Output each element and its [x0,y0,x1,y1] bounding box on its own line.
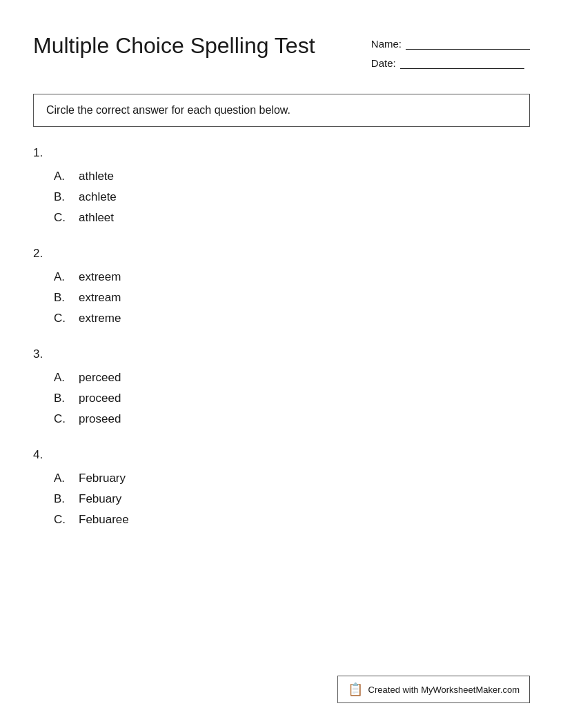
option-text-3-1: perceed [79,371,121,385]
option-text-4-3: Febuaree [79,513,129,527]
option-text-2-2: extream [79,291,121,305]
option-text-1-2: achlete [79,190,117,204]
instruction-box: Circle the correct answer for each quest… [33,94,530,127]
option-item-2-1[interactable]: A.extreem [54,270,530,284]
option-letter-1-3: C. [54,211,70,225]
option-item-2-2[interactable]: B.extream [54,291,530,305]
options-list-4: A.FebruaryB.FebuaryC.Febuaree [33,472,530,527]
option-text-3-2: proceed [79,392,121,405]
option-letter-2-1: A. [54,270,70,284]
option-letter-2-2: B. [54,291,70,305]
footer-icon: 📋 [348,682,363,697]
options-list-2: A.extreemB.extreamC.extreme [33,270,530,325]
option-letter-4-2: B. [54,492,70,506]
name-field-row: Name: [371,37,530,50]
option-item-4-1[interactable]: A.February [54,472,530,485]
option-letter-1-2: B. [54,190,70,204]
instruction-text: Circle the correct answer for each quest… [46,104,290,116]
option-item-2-3[interactable]: C.extreme [54,312,530,325]
question-block-1: 1.A.athleteB.achleteC.athleet [33,146,530,225]
option-item-4-3[interactable]: C.Febuaree [54,513,530,527]
question-number-4: 4. [33,448,530,462]
option-letter-3-3: C. [54,412,70,426]
footer-text: Created with MyWorksheetMaker.com [368,685,520,695]
option-letter-4-1: A. [54,472,70,485]
option-letter-3-1: A. [54,371,70,385]
option-text-3-3: proseed [79,412,121,426]
option-letter-4-3: C. [54,513,70,527]
name-input-line[interactable] [406,37,530,50]
page-title: Multiple Choice Spelling Test [33,33,315,59]
option-item-3-2[interactable]: B.proceed [54,392,530,405]
date-label: Date: [371,57,396,69]
option-item-3-1[interactable]: A.perceed [54,371,530,385]
option-item-1-1[interactable]: A.athlete [54,170,530,183]
option-text-4-2: Febuary [79,492,121,506]
option-letter-2-3: C. [54,312,70,325]
name-date-block: Name: Date: [371,33,530,69]
option-item-1-3[interactable]: C.athleet [54,211,530,225]
option-item-4-2[interactable]: B.Febuary [54,492,530,506]
option-item-1-2[interactable]: B.achlete [54,190,530,204]
option-item-3-3[interactable]: C.proseed [54,412,530,426]
footer-badge: 📋 Created with MyWorksheetMaker.com [337,676,530,703]
question-number-1: 1. [33,146,530,160]
options-list-3: A.perceedB.proceedC.proseed [33,371,530,426]
date-field-row: Date: [371,57,530,69]
date-input-line[interactable] [400,57,524,69]
header: Multiple Choice Spelling Test Name: Date… [33,33,530,69]
option-text-1-1: athlete [79,170,114,183]
option-text-2-3: extreme [79,312,121,325]
questions-section: 1.A.athleteB.achleteC.athleet2.A.extreem… [33,146,530,549]
question-block-3: 3.A.perceedB.proceedC.proseed [33,347,530,426]
option-letter-1-1: A. [54,170,70,183]
question-block-4: 4.A.FebruaryB.FebuaryC.Febuaree [33,448,530,527]
option-letter-3-2: B. [54,392,70,405]
question-block-2: 2.A.extreemB.extreamC.extreme [33,247,530,325]
option-text-2-1: extreem [79,270,121,284]
option-text-1-3: athleet [79,211,114,225]
question-number-2: 2. [33,247,530,261]
option-text-4-1: February [79,472,126,485]
options-list-1: A.athleteB.achleteC.athleet [33,170,530,225]
question-number-3: 3. [33,347,530,361]
name-label: Name: [371,38,402,50]
page: Multiple Choice Spelling Test Name: Date… [0,0,563,728]
